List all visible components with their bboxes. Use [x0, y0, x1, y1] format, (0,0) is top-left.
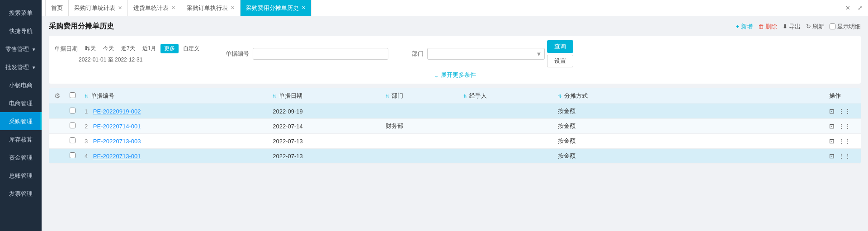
doc-no-label: 单据编号	[226, 50, 249, 58]
more-icon-1[interactable]: ⋮⋮	[838, 123, 851, 130]
show-detail-input[interactable]	[830, 24, 835, 29]
filter-area: 单据日期 昨天 今天 近7天 近1月 更多 自定义 2022-01-01 至 2…	[49, 36, 861, 84]
date-7days[interactable]: 近7天	[118, 44, 138, 53]
row-checkbox-input-2[interactable]	[70, 137, 75, 143]
doc-no-link-1[interactable]: PE-20220714-001	[93, 123, 141, 130]
row-dept-3	[381, 149, 459, 164]
sidebar-item-ledger[interactable]: 总账管理	[0, 166, 42, 184]
sort-method-icon[interactable]: ⇅	[558, 94, 561, 99]
row-handler-0	[459, 104, 553, 119]
row-method-3: 按金额	[553, 149, 825, 164]
checkbox-col-header	[65, 88, 80, 104]
sidebar-item-retail[interactable]: 零售管理 ▼	[0, 40, 42, 58]
edit-icon-2[interactable]: ⊡	[829, 137, 835, 145]
dept-dropdown-icon[interactable]: ▼	[536, 51, 542, 57]
doc-no-group: 单据编号	[226, 48, 388, 60]
date-custom[interactable]: 自定义	[180, 44, 202, 53]
sidebar-item-search[interactable]: 搜索菜单	[0, 4, 42, 22]
sidebar-item-quicknav[interactable]: 快捷导航	[0, 22, 42, 40]
tab-purchase-order-stats-close[interactable]: ✕	[118, 5, 122, 11]
content-area: 采购费用分摊单历史 + 新增 🗑 删除 ⬇ 导出 ↻ 刷新	[42, 16, 868, 231]
tab-goods-stats-close[interactable]: ✕	[171, 5, 175, 11]
expand-label: 展开更多条件	[441, 71, 476, 79]
refresh-button[interactable]: ↻ 刷新	[806, 23, 824, 31]
date-shortcuts: 昨天 今天 近7天 近1月 更多 自定义	[82, 44, 202, 53]
more-icon-0[interactable]: ⋮⋮	[838, 108, 851, 115]
row-doc-no-2: 3 PE-20220713-003	[80, 134, 268, 149]
edit-icon-3[interactable]: ⊡	[829, 152, 835, 160]
doc-no-link-0[interactable]: PE-20220919-002	[93, 108, 141, 115]
filter-row-1: 单据日期 昨天 今天 近7天 近1月 更多 自定义 2022-01-01 至 2…	[54, 40, 855, 67]
dept-group: 部门 ▼	[412, 48, 542, 60]
row-handler-1	[459, 119, 553, 134]
more-icon-2[interactable]: ⋮⋮	[838, 137, 851, 145]
del-icon: 🗑	[758, 23, 764, 30]
date-1month[interactable]: 近1月	[140, 44, 159, 53]
filter-buttons: 查询 设置	[547, 40, 573, 67]
sort-handler-icon[interactable]: ⇅	[463, 94, 467, 99]
query-button[interactable]: 查询	[547, 40, 573, 53]
sidebar-label-search: 搜索菜单	[2, 9, 40, 17]
expand-more[interactable]: ⌄ 展开更多条件	[54, 71, 855, 79]
column-settings-icon[interactable]: ⚙	[54, 92, 60, 99]
setting-button[interactable]: 设置	[547, 55, 573, 67]
row-settings-1	[49, 119, 65, 134]
results-table: ⚙ ⇅ 单据编号 ⇅ 单据日期	[49, 88, 861, 164]
tab-purchase-order-exec-label: 采购订单执行表	[187, 4, 228, 12]
more-icon-3[interactable]: ⋮⋮	[838, 152, 851, 160]
sort-doc-no-icon[interactable]: ⇅	[85, 94, 88, 99]
sidebar-item-wholesale[interactable]: 批发管理 ▼	[0, 58, 42, 76]
date-label: 单据日期	[54, 45, 78, 53]
col-action: 操作	[825, 88, 861, 104]
show-detail-checkbox[interactable]: 显示明细	[830, 23, 861, 31]
table-row: 2 PE-20220714-001 2022-07-14 财务部 按金额 ⊡ ⋮…	[49, 119, 861, 134]
doc-no-input[interactable]	[253, 48, 388, 60]
tab-cost-history-close[interactable]: ✕	[302, 5, 306, 11]
tab-cost-history[interactable]: 采购费用分摊单历史 ✕	[241, 0, 311, 16]
delete-button[interactable]: 🗑 删除	[758, 23, 777, 31]
sidebar-item-ecom[interactable]: 电商管理	[0, 94, 42, 112]
doc-no-link-3[interactable]: PE-20220713-001	[93, 153, 141, 160]
sidebar-item-finance[interactable]: 资金管理	[0, 148, 42, 166]
row-actions-1: ⊡ ⋮⋮	[825, 119, 861, 134]
doc-no-link-2[interactable]: PE-20220713-003	[93, 138, 141, 145]
tab-purchase-order-exec-close[interactable]: ✕	[231, 5, 235, 11]
date-yesterday[interactable]: 昨天	[82, 44, 99, 53]
sort-dept-icon[interactable]: ⇅	[386, 94, 389, 99]
sidebar-item-invoice[interactable]: 发票管理	[0, 184, 42, 203]
edit-icon-0[interactable]: ⊡	[829, 108, 835, 115]
row-checkbox-input-3[interactable]	[70, 152, 75, 158]
date-today[interactable]: 今天	[100, 44, 117, 53]
page-header: 采购费用分摊单历史 + 新增 🗑 删除 ⬇ 导出 ↻ 刷新	[49, 22, 861, 31]
tab-purchase-order-exec[interactable]: 采购订单执行表 ✕	[181, 0, 241, 16]
sidebar-item-ecom-small[interactable]: 小畅电商	[0, 76, 42, 94]
tab-goods-stats-label: 进货单统计表	[133, 4, 169, 12]
tab-goods-stats[interactable]: 进货单统计表 ✕	[128, 0, 181, 16]
close-tab-action[interactable]: ✕	[844, 4, 852, 12]
col-date: ⇅ 单据日期	[268, 88, 381, 104]
maximize-tab-action[interactable]: ⤢	[856, 4, 864, 12]
select-all-checkbox[interactable]	[70, 92, 75, 98]
tab-cost-history-label: 采购费用分摊单历史	[246, 4, 299, 12]
sidebar-label-quicknav: 快捷导航	[2, 27, 40, 35]
row-checkbox-0	[65, 104, 80, 119]
add-button[interactable]: + 新增	[736, 23, 753, 31]
export-label: 导出	[789, 23, 801, 31]
export-button[interactable]: ⬇ 导出	[783, 23, 801, 31]
settings-col-header: ⚙	[49, 88, 65, 104]
row-checkbox-input-0[interactable]	[70, 108, 75, 113]
sort-date-icon[interactable]: ⇅	[273, 94, 276, 99]
tab-home[interactable]: 首页	[45, 0, 69, 16]
dept-input[interactable]	[427, 48, 545, 60]
row-checkbox-input-1[interactable]	[70, 123, 75, 128]
date-more[interactable]: 更多	[160, 44, 179, 53]
data-table: ⚙ ⇅ 单据编号 ⇅ 单据日期	[49, 88, 861, 164]
col-doc-no: ⇅ 单据编号	[80, 88, 268, 104]
sidebar-item-inventory[interactable]: 库存核算	[0, 130, 42, 148]
tab-purchase-order-stats-label: 采购订单统计表	[74, 4, 115, 12]
sidebar-item-purchase[interactable]: 采购管理	[0, 112, 42, 130]
edit-icon-1[interactable]: ⊡	[829, 123, 835, 130]
sidebar-label-ecom: 电商管理	[2, 99, 40, 108]
col-method: ⇅ 分摊方式	[553, 88, 825, 104]
tab-purchase-order-stats[interactable]: 采购订单统计表 ✕	[69, 0, 128, 16]
